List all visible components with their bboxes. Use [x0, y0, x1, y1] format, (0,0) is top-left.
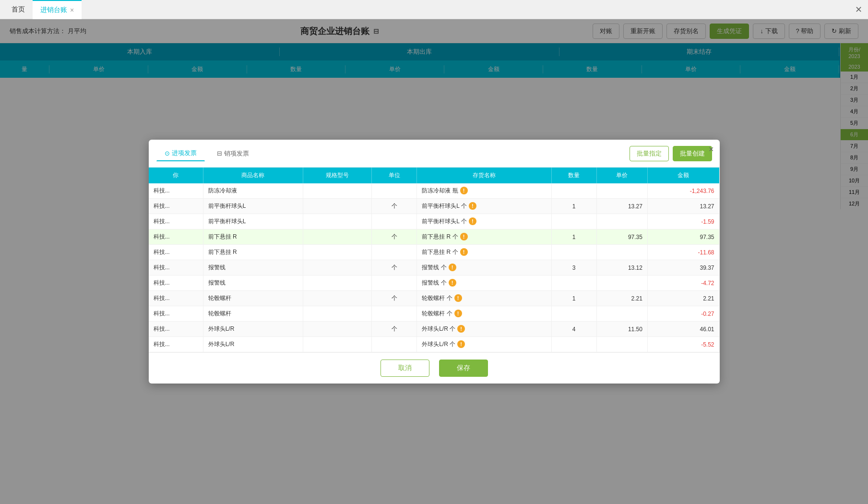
modal-overlay: ⊙ 进项发票 ⊟ 销项发票 批量指定 批量创建 × 你	[0, 19, 868, 504]
table-cell: 科技...	[149, 276, 203, 291]
th-product-name: 商品名称	[203, 168, 303, 183]
cancel-button[interactable]: 取消	[380, 360, 429, 377]
table-cell	[372, 183, 417, 199]
table-cell	[372, 276, 417, 291]
table-cell: 前下悬挂 R	[203, 245, 303, 260]
tab-input-invoice[interactable]: ⊙ 进项发票	[156, 145, 205, 161]
table-row: 科技...轮毂螺杆轮毂螺杆 个!-0.27	[149, 306, 720, 322]
table-cell	[596, 183, 647, 199]
table-cell	[551, 337, 596, 352]
inventory-name: 前平衡杆球头L 个	[422, 218, 467, 225]
table-cell	[303, 183, 372, 199]
warning-icon: !	[469, 217, 476, 225]
inventory-name: 外球头L/R 个	[422, 341, 455, 348]
table-row: 科技...前平衡杆球头L前平衡杆球头L 个!-1.59	[149, 214, 720, 229]
tab-output-invoice[interactable]: ⊟ 销项发票	[209, 146, 257, 161]
table-cell: 前下悬挂 R 个!	[417, 229, 552, 245]
table-cell: 外球头L/R	[203, 337, 303, 352]
table-cell: 97.35	[596, 229, 647, 245]
table-cell: 外球头L/R	[203, 322, 303, 337]
window-close-button[interactable]: ✕	[855, 4, 862, 15]
table-cell: 轮毂螺杆 个!	[417, 291, 552, 306]
inventory-name: 前下悬挂 R 个	[422, 249, 458, 255]
table-row: 科技...前平衡杆球头L个前平衡杆球头L 个!113.2713.27	[149, 199, 720, 214]
warning-icon: !	[457, 340, 465, 348]
table-cell: -11.68	[647, 245, 719, 260]
batch-create-button[interactable]: 批量创建	[673, 146, 712, 161]
dialog-header: ⊙ 进项发票 ⊟ 销项发票 批量指定 批量创建 ×	[149, 140, 720, 168]
invoice-dialog: ⊙ 进项发票 ⊟ 销项发票 批量指定 批量创建 × 你	[149, 140, 720, 384]
table-cell	[596, 337, 647, 352]
table-cell: 13.12	[596, 260, 647, 276]
table-cell	[551, 214, 596, 229]
table-cell: 2.21	[647, 291, 719, 306]
inventory-name: 外球头L/R 个	[422, 325, 455, 332]
table-row: 科技...防冻冷却液防冻冷却液 瓶!-1,243.76	[149, 183, 720, 199]
table-cell	[303, 245, 372, 260]
table-cell	[303, 260, 372, 276]
inventory-name: 轮毂螺杆 个	[422, 310, 452, 317]
table-cell: 前平衡杆球头L	[203, 214, 303, 229]
table-cell	[303, 214, 372, 229]
table-cell: 防冻冷却液 瓶!	[417, 183, 552, 199]
th-qty: 数量	[551, 168, 596, 183]
save-button[interactable]: 保存	[439, 360, 488, 377]
table-cell	[596, 214, 647, 229]
table-cell: 科技...	[149, 199, 203, 214]
dialog-footer: 取消 保存	[149, 352, 720, 384]
table-row: 科技...轮毂螺杆个轮毂螺杆 个!12.212.21	[149, 291, 720, 306]
tab-home[interactable]: 首页	[4, 0, 33, 19]
table-cell: 13.27	[596, 199, 647, 214]
table-cell: 科技...	[149, 291, 203, 306]
table-cell	[303, 229, 372, 245]
table-cell: 个	[372, 322, 417, 337]
table-row: 科技...报警线个报警线 个!313.1239.37	[149, 260, 720, 276]
table-cell	[596, 245, 647, 260]
tab-ledger-close[interactable]: ×	[70, 6, 74, 14]
table-cell: 外球头L/R 个!	[417, 322, 552, 337]
th-unit: 单位	[372, 168, 417, 183]
table-cell: 1	[551, 199, 596, 214]
table-cell: 轮毂螺杆 个!	[417, 306, 552, 322]
invoice-table: 你 商品名称 规格型号 单位 存货名称 数量 单价 金额 科技...防冻冷却液防…	[149, 168, 720, 352]
table-cell: 46.01	[647, 322, 719, 337]
table-cell: 科技...	[149, 322, 203, 337]
warning-icon: !	[460, 187, 468, 194]
table-cell: 39.37	[647, 260, 719, 276]
table-cell: 轮毂螺杆	[203, 291, 303, 306]
tab-home-label: 首页	[12, 5, 25, 14]
table-cell	[303, 291, 372, 306]
table-cell: 4	[551, 322, 596, 337]
table-cell: 前平衡杆球头L 个!	[417, 199, 552, 214]
dialog-header-actions: 批量指定 批量创建	[630, 146, 712, 161]
th-col1: 你	[149, 168, 203, 183]
warning-icon: !	[449, 264, 456, 271]
tab-input-label: 进项发票	[172, 149, 197, 157]
table-cell: -1.59	[647, 214, 719, 229]
inventory-name: 前下悬挂 R 个	[422, 233, 458, 240]
table-cell: 97.35	[647, 229, 719, 245]
table-cell: 1	[551, 291, 596, 306]
table-cell: 个	[372, 260, 417, 276]
batch-specify-button[interactable]: 批量指定	[630, 146, 669, 161]
table-cell	[303, 276, 372, 291]
tab-ledger[interactable]: 进销台账 ×	[33, 0, 82, 19]
table-cell: 防冻冷却液	[203, 183, 303, 199]
table-cell: 个	[372, 229, 417, 245]
dialog-close-button[interactable]: ×	[709, 144, 714, 155]
table-cell: -4.72	[647, 276, 719, 291]
table-row: 科技...报警线报警线 个!-4.72	[149, 276, 720, 291]
table-cell: 科技...	[149, 183, 203, 199]
table-cell: 科技...	[149, 214, 203, 229]
tab-bar: 首页 进销台账 × ✕	[0, 0, 868, 19]
warning-icon: !	[457, 325, 465, 333]
table-cell: 前平衡杆球头L	[203, 199, 303, 214]
table-cell: 报警线	[203, 276, 303, 291]
table-cell: 2.21	[596, 291, 647, 306]
warning-icon: !	[454, 294, 462, 302]
table-cell: 13.27	[647, 199, 719, 214]
table-cell	[372, 337, 417, 352]
warning-icon: !	[469, 202, 476, 210]
table-cell	[303, 306, 372, 322]
inventory-name: 报警线 个	[422, 264, 446, 271]
